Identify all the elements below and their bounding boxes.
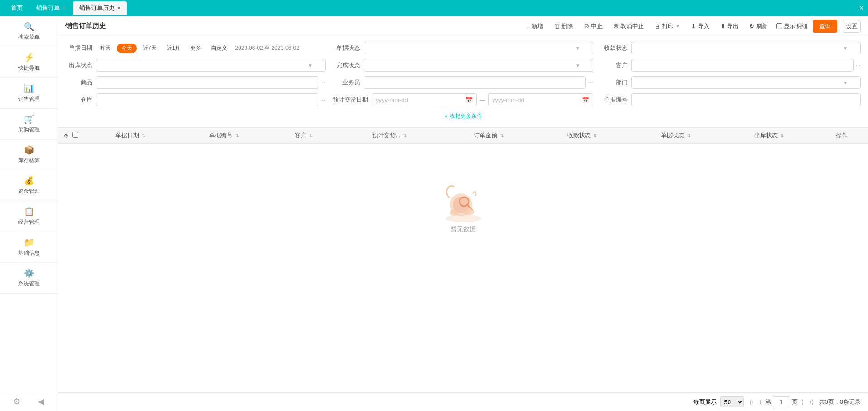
goods-input[interactable]: [96, 76, 318, 89]
complete-status-arrow: ▼: [575, 63, 580, 68]
basic-info-icon: 📁: [24, 237, 34, 247]
bill-status-arrow: ▼: [575, 46, 580, 51]
toolbar: + 新增 🗑 删除 ⊘ 中止 ⊗ 取消中止 🖨 打印 ▼ ⬇ 导入: [524, 20, 861, 33]
bill-number-input[interactable]: [631, 93, 861, 106]
sales-rep-input[interactable]: [364, 76, 586, 89]
date-1month-btn[interactable]: 近1月: [163, 43, 185, 53]
date-custom-btn[interactable]: 自定义: [207, 43, 231, 53]
filter-row-4: 仓库 ··· 预计交货日期 yyyy-mm-dd 📅 — yyyy-mm-dd: [65, 93, 861, 106]
import-button[interactable]: ⬇ 导入: [688, 20, 712, 32]
settings-button[interactable]: 设置: [843, 20, 861, 33]
search-menu-icon: 🔍: [24, 22, 34, 32]
new-button[interactable]: + 新增: [524, 20, 546, 32]
close-sales-order-tab[interactable]: ×: [62, 5, 66, 11]
total-info: 共0页，0条记录: [819, 398, 861, 406]
sidebar-item-inventory[interactable]: 📦 库存核算: [0, 140, 58, 170]
complete-status-select[interactable]: ▼: [364, 59, 593, 72]
display-detail-toggle[interactable]: 显示明细: [776, 22, 807, 30]
payment-status-label: 收款状态: [600, 44, 628, 52]
sidebar-collapse-icon[interactable]: ◀: [38, 396, 44, 406]
date-today-btn[interactable]: 今天: [117, 44, 137, 53]
page-size-select[interactable]: 10 20 50 100: [720, 396, 744, 407]
window-close-button[interactable]: ×: [859, 4, 863, 12]
main-layout: 🔍 搜索菜单 ⚡ 快捷导航 📊 销售管理 🛒 采购管理 📦 库存核算 💰 资金管…: [0, 16, 868, 411]
dept-arrow: ▼: [843, 80, 848, 85]
tab-sales-order[interactable]: 销售订单 ×: [30, 1, 72, 15]
filter-row-3: 商品 ··· 业务员 ··· 部门: [65, 76, 861, 89]
operation-icon: 📋: [24, 207, 34, 217]
sidebar-item-purchase-mgmt[interactable]: 🛒 采购管理: [0, 109, 58, 140]
first-page-btn[interactable]: ⟨⟨: [748, 397, 756, 406]
table-col-number[interactable]: 单据编号 ⇅: [177, 128, 271, 144]
per-page-label: 每页显示: [693, 398, 717, 406]
sales-rep-filter-group: 业务员 ···: [333, 76, 593, 89]
out-status-arrow: ▼: [308, 63, 312, 68]
bill-status-filter-group: 单据状态 ▼: [333, 42, 593, 54]
delete-button[interactable]: 🗑 删除: [551, 20, 576, 32]
sidebar-item-sales-mgmt[interactable]: 📊 销售管理: [0, 78, 58, 109]
sort-number-icon: ⇅: [235, 133, 239, 138]
table-col-payment-status[interactable]: 收款状态 ⇅: [535, 128, 629, 144]
sidebar-item-quick-nav[interactable]: ⚡ 快捷导航: [0, 47, 58, 78]
current-page-input[interactable]: [773, 396, 789, 407]
bill-number-filter-group: 单据编号: [600, 93, 861, 106]
last-page-btn[interactable]: ⟩⟩: [807, 397, 815, 406]
warehouse-ellipsis-btn[interactable]: ···: [320, 96, 326, 103]
complete-status-filter-group: 完成状态 ▼: [333, 59, 593, 72]
page-label-after: 页: [792, 398, 798, 406]
sidebar-item-basic-info[interactable]: 📁 基础信息: [0, 232, 58, 263]
sidebar-item-search-menu[interactable]: 🔍 搜索菜单: [0, 16, 58, 47]
tab-home[interactable]: 首页: [5, 1, 29, 15]
date-more-btn[interactable]: 更多: [186, 43, 205, 53]
table-col-bill-status[interactable]: 单据状态 ⇅: [629, 128, 723, 144]
warehouse-input[interactable]: [96, 93, 318, 106]
table-col-date[interactable]: 单据日期 ⇅: [84, 128, 177, 144]
goods-ellipsis-btn[interactable]: ···: [320, 79, 326, 86]
sidebar-settings-icon[interactable]: ⚙: [13, 396, 20, 406]
cancel-stop-button[interactable]: ⊗ 取消中止: [611, 20, 647, 32]
print-button[interactable]: 🖨 打印 ▼: [652, 20, 683, 32]
stop-button[interactable]: ⊘ 中止: [581, 20, 605, 32]
query-button[interactable]: 查询: [813, 20, 837, 33]
table-col-customer[interactable]: 客户 ⇅: [271, 128, 337, 144]
dept-select[interactable]: ▼: [631, 76, 861, 89]
bill-status-select[interactable]: ▼: [364, 42, 593, 54]
select-all-checkbox[interactable]: [72, 132, 78, 138]
out-status-select[interactable]: ▼: [96, 59, 326, 72]
bill-number-label: 单据编号: [600, 96, 628, 104]
delivery-date-start-input[interactable]: yyyy-mm-dd 📅: [372, 93, 477, 106]
sidebar: 🔍 搜索菜单 ⚡ 快捷导航 📊 销售管理 🛒 采购管理 📦 库存核算 💰 资金管…: [0, 16, 58, 411]
table-col-out-status[interactable]: 出库状态 ⇅: [722, 128, 816, 144]
sidebar-item-sys-mgmt[interactable]: ⚙️ 系统管理: [0, 263, 58, 294]
gear-icon[interactable]: ⚙: [63, 132, 69, 139]
delivery-date-end-input[interactable]: yyyy-mm-dd 📅: [488, 93, 593, 106]
customer-input[interactable]: [631, 59, 854, 72]
table-col-amount[interactable]: 订单金额 ⇅: [442, 128, 536, 144]
capital-icon: 💰: [24, 176, 34, 186]
display-detail-checkbox[interactable]: [776, 23, 782, 29]
customer-ellipsis-btn[interactable]: ···: [855, 62, 861, 69]
date-7days-btn[interactable]: 近7天: [139, 43, 161, 53]
date-yesterday-btn[interactable]: 昨天: [96, 43, 115, 53]
sidebar-item-capital-mgmt[interactable]: 💰 资金管理: [0, 170, 58, 201]
tab-sales-order-history[interactable]: 销售订单历史 ×: [73, 1, 127, 15]
payment-status-select[interactable]: ▼: [631, 42, 861, 54]
refresh-button[interactable]: ↻ 刷新: [747, 20, 771, 32]
prev-page-btn[interactable]: ⟨: [758, 397, 763, 406]
sales-rep-ellipsis-btn[interactable]: ···: [588, 79, 593, 86]
sidebar-item-operation-mgmt[interactable]: 📋 经营管理: [0, 201, 58, 232]
page-label-before: 第: [765, 398, 771, 406]
close-history-tab[interactable]: ×: [117, 5, 120, 11]
complete-status-label: 完成状态: [333, 61, 360, 69]
empty-text: 暂无数据: [451, 225, 476, 233]
table-settings-header[interactable]: ⚙: [58, 128, 84, 144]
sort-amount-icon: ⇅: [500, 133, 504, 138]
export-button[interactable]: ⬆ 导出: [718, 20, 742, 32]
table-col-delivery[interactable]: 预计交货... ⇅: [337, 128, 441, 144]
out-status-label: 出库状态: [65, 61, 92, 69]
sort-delivery-icon: ⇅: [403, 133, 407, 138]
goods-label: 商品: [65, 78, 92, 87]
collapse-bar[interactable]: ∧ 收起更多条件: [65, 111, 861, 122]
svg-point-5: [463, 208, 474, 215]
next-page-btn[interactable]: ⟩: [800, 397, 806, 406]
